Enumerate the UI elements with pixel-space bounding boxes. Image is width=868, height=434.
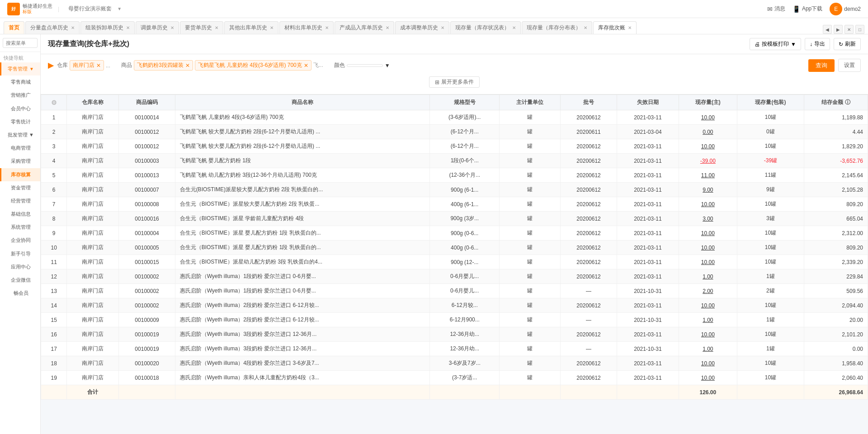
app-download-btn[interactable]: 📱 App下载 xyxy=(793,5,822,13)
td-qty-main[interactable]: -39.00 xyxy=(679,154,737,168)
td-qty-main[interactable]: 10.00 xyxy=(679,327,737,342)
breadcrumb-dropdown-icon[interactable]: ▼ xyxy=(117,6,122,11)
tab-close-icon[interactable]: ✕ xyxy=(512,25,516,30)
sidebar-item-jichu[interactable]: 基础信息 xyxy=(0,208,40,221)
sidebar-item-xinshou[interactable]: 新手引导 xyxy=(0,247,40,260)
tab-fenliangpandian[interactable]: 分量盘点单历史 ✕ xyxy=(25,21,80,34)
warehouse-tag-nanan[interactable]: 南岸门店 ✕ xyxy=(70,60,104,71)
logo-area: 好 畅捷通好生意 标版 xyxy=(7,3,52,15)
td-qty-main[interactable]: 10.00 xyxy=(679,226,737,241)
export-btn[interactable]: ↓ 导出 xyxy=(805,38,830,50)
query-btn[interactable]: 查询 xyxy=(808,59,835,72)
tab-yaohuo[interactable]: 要货单历史 ✕ xyxy=(180,21,223,34)
tab-xiancunliang1[interactable]: 现存量（库存状况表） ✕ xyxy=(450,21,521,34)
sidebar-item-jingying[interactable]: 经营管理 xyxy=(0,194,40,208)
warehouse-tag-remove-icon[interactable]: ✕ xyxy=(96,62,101,69)
td-qty-main[interactable]: 10.00 xyxy=(679,371,737,385)
sidebar-item-lingshoutongji[interactable]: 零售统计 xyxy=(0,115,40,128)
sidebar-item-caigou[interactable]: 采购管理 xyxy=(0,155,40,168)
td-no: 7 xyxy=(41,197,67,212)
message-btn[interactable]: ✉ 消息 xyxy=(767,5,785,13)
sidebar-item-zijin[interactable]: 资金管理 xyxy=(0,181,40,194)
td-qty-main[interactable]: 10.00 xyxy=(679,241,737,255)
td-no: 3 xyxy=(41,139,67,154)
tab-chanpin[interactable]: 产成品入库单历史 ✕ xyxy=(335,21,394,34)
color-dropdown[interactable] xyxy=(347,64,383,67)
td-warehouse: 南岸门店 xyxy=(67,212,119,226)
tab-close-all-btn[interactable]: ✕ xyxy=(844,25,854,34)
sidebar-item-qiye[interactable]: 企业协同 xyxy=(0,234,40,247)
tab-close-icon[interactable]: ✕ xyxy=(628,25,632,30)
tab-close-icon[interactable]: ✕ xyxy=(584,25,587,30)
td-qty-main[interactable]: 10.00 xyxy=(679,255,737,269)
product-tag2-remove-icon[interactable]: ✕ xyxy=(304,62,308,69)
tab-close-icon[interactable]: ✕ xyxy=(270,25,274,30)
sidebar-item-lingshoulguanli[interactable]: 零售管理 ▼ xyxy=(0,62,40,75)
warehouse-more[interactable]: ... xyxy=(106,62,110,69)
td-qty-main[interactable]: 0.00 xyxy=(679,125,737,139)
tab-home[interactable]: 首页 xyxy=(4,21,24,34)
td-qty-main[interactable]: 1.00 xyxy=(679,269,737,284)
sidebar-item-wechat[interactable]: 企业微信 xyxy=(0,274,40,287)
sidebar-item-lingshoucheng[interactable]: 零售商城 xyxy=(0,75,40,89)
td-qty-main[interactable]: 10.00 xyxy=(679,197,737,212)
th-settings[interactable]: ⚙ xyxy=(41,95,67,110)
sidebar-item-changhui[interactable]: 畅会员 xyxy=(0,287,40,300)
product-tag-1[interactable]: 飞鹤奶粉3段四罐装 ✕ xyxy=(134,60,193,71)
sidebar-item-pifaguanli[interactable]: 批发管理 ▼ xyxy=(0,128,40,142)
tab-chengben[interactable]: 成本调整单历史 ✕ xyxy=(395,21,449,34)
template-print-btn[interactable]: 🖨 按模板打印 ▼ xyxy=(750,38,801,50)
td-qty-main[interactable]: 9.00 xyxy=(679,183,737,197)
tab-maximize-btn[interactable]: □ xyxy=(855,25,864,34)
td-qty-main[interactable]: 3.00 xyxy=(679,212,737,226)
product-tag-2[interactable]: 飞鹤星飞帆 儿童奶粉 4段(3-6岁适用) 700克 ✕ xyxy=(195,60,311,71)
td-name: 惠氏启阶（Wyeth illuma）2段奶粉 爱尔兰进口 6-12月较... xyxy=(175,298,430,313)
tab-cailiao[interactable]: 材料出库单历史 ✕ xyxy=(279,21,334,34)
td-qty-main[interactable]: 10.00 xyxy=(679,139,737,154)
tab-qitachuku[interactable]: 其他出库单历史 ✕ xyxy=(224,21,278,34)
filter-toggle-btn[interactable]: ▶ xyxy=(48,61,53,70)
td-qty-main[interactable]: 1.00 xyxy=(679,313,737,327)
sidebar-item-yingxiao[interactable]: 营销推广 xyxy=(0,89,40,102)
table-row: 15 南岸门店 00100009 惠氏启阶（Wyeth illuma）2段奶粉 … xyxy=(41,313,868,327)
expand-more-btn[interactable]: ⊞ 展开更多条件 xyxy=(429,76,480,88)
tab-diaobodanh[interactable]: 调拨单历史 ✕ xyxy=(136,21,179,34)
td-warehouse: 南岸门店 xyxy=(67,356,119,371)
tab-close-icon[interactable]: ✕ xyxy=(126,25,130,30)
product-tag1-remove-icon[interactable]: ✕ xyxy=(185,62,190,69)
tab-close-icon[interactable]: ✕ xyxy=(386,25,389,30)
td-qty-main[interactable]: 2.00 xyxy=(679,284,737,298)
sidebar-item-xitong[interactable]: 系统管理 xyxy=(0,221,40,234)
tab-close-icon[interactable]: ✕ xyxy=(441,25,444,30)
tab-scroll-left-btn[interactable]: ◀ xyxy=(823,25,832,34)
page-title: 现存量查询(按仓库+批次) xyxy=(48,39,129,49)
td-qty-main[interactable]: 11.00 xyxy=(679,168,737,183)
tab-close-icon[interactable]: ✕ xyxy=(170,25,174,30)
tab-kucunpici[interactable]: 库存批次账 ✕ xyxy=(593,21,637,34)
settings-icon[interactable]: ⚙ xyxy=(51,99,57,106)
tab-close-icon[interactable]: ✕ xyxy=(215,25,218,30)
td-expire: 2021-03-11 xyxy=(617,269,679,284)
tab-close-icon[interactable]: ✕ xyxy=(71,25,75,30)
tab-close-icon[interactable]: ✕ xyxy=(325,25,329,30)
sidebar-item-yingyong[interactable]: 应用中心 xyxy=(0,260,40,274)
td-batch: 20200612 xyxy=(561,356,617,371)
td-qty-main[interactable]: 1.00 xyxy=(679,342,737,356)
product-more[interactable]: 飞... xyxy=(313,61,323,69)
refresh-btn[interactable]: ↻ 刷新 xyxy=(834,38,861,50)
tab-scroll-right-btn[interactable]: ▶ xyxy=(834,25,843,34)
user-area[interactable]: E demo2 xyxy=(830,3,861,15)
td-qty-main[interactable]: 10.00 xyxy=(679,298,737,313)
sidebar-item-huiyuan[interactable]: 会员中心 xyxy=(0,102,40,115)
td-warehouse: 南岸门店 xyxy=(67,226,119,241)
setting-btn[interactable]: 设置 xyxy=(838,59,861,72)
tab-zuzhuangchaijian[interactable]: 组装拆卸单历史 ✕ xyxy=(80,21,135,34)
td-qty-main[interactable]: 10.00 xyxy=(679,110,737,125)
tab-xiancunliang2[interactable]: 现存量（库存分布表） ✕ xyxy=(522,21,592,34)
sidebar-item-dianshang[interactable]: 电商管理 xyxy=(0,142,40,155)
search-input[interactable] xyxy=(3,38,38,48)
td-code: 00100003 xyxy=(119,154,175,168)
td-qty-main[interactable]: 10.00 xyxy=(679,356,737,371)
td-warehouse: 南岸门店 xyxy=(67,342,119,356)
sidebar-item-kucunhesuan[interactable]: 库存核算 xyxy=(0,168,40,181)
